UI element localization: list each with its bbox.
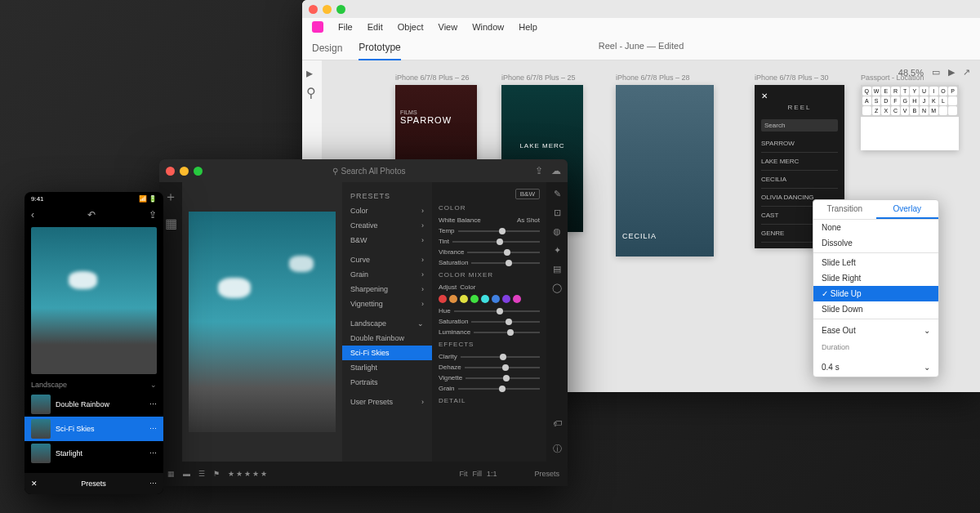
duration-select[interactable]: 0.4 s⌄ xyxy=(813,358,938,377)
crop-icon[interactable]: ⊡ xyxy=(554,207,561,218)
add-icon[interactable]: ＋ xyxy=(164,189,177,206)
tag-icon[interactable]: 🏷 xyxy=(553,418,562,428)
mobile-preset-item-selected[interactable]: Sci-Fi Skies⋯ xyxy=(24,417,163,441)
photos-icon[interactable]: ▦ xyxy=(165,216,177,231)
preset-item[interactable]: Double Rainbow xyxy=(342,331,432,346)
oneone-button[interactable]: 1:1 xyxy=(487,470,497,478)
transition-option[interactable]: Slide Left xyxy=(813,255,938,270)
rating-stars[interactable]: ★★★★★ xyxy=(228,470,269,478)
edit-icon[interactable]: ✎ xyxy=(554,189,561,199)
lightroom-window: ⚲Search All Photos ⇪ ☁ ＋ ▦ PRESETS Color… xyxy=(159,159,568,486)
transition-option-selected[interactable]: ✓ Slide Up xyxy=(813,286,938,301)
adjust-select[interactable]: Color xyxy=(460,283,475,291)
artboard-cecilia[interactable]: iPhone 6/7/8 Plus – 28 CECILIA xyxy=(616,85,714,256)
menu-help[interactable]: Help xyxy=(519,22,537,32)
play-icon[interactable]: ▶ xyxy=(948,67,955,78)
preset-group[interactable]: User Presets› xyxy=(342,395,432,409)
share-icon[interactable]: ↗ xyxy=(963,67,970,78)
preset-group[interactable]: Vignetting› xyxy=(342,297,432,311)
flag-icon[interactable]: ⚑ xyxy=(213,470,220,478)
search-input[interactable]: ⚲Search All Photos xyxy=(207,167,530,176)
mobile-preset-item[interactable]: Double Rainbow⋯ xyxy=(24,392,163,417)
zoom-icon[interactable]: ⚲ xyxy=(306,85,318,96)
fit-button[interactable]: Fit xyxy=(459,470,467,478)
bw-toggle[interactable]: B&W xyxy=(515,189,540,199)
preset-group[interactable]: Curve› xyxy=(342,252,432,267)
transition-option[interactable]: Dissolve xyxy=(813,235,938,251)
lum-slider[interactable]: Luminance xyxy=(437,327,541,337)
share-icon[interactable]: ⇪ xyxy=(535,165,543,176)
preset-item[interactable]: Starlight xyxy=(342,360,432,375)
tint-slider[interactable]: Tint xyxy=(437,236,541,247)
saturation-slider[interactable]: Saturation xyxy=(437,257,541,268)
mobile-photo[interactable] xyxy=(31,227,157,374)
close-icon[interactable] xyxy=(309,5,318,14)
easing-select[interactable]: Ease Out⌄ xyxy=(813,321,938,340)
minimize-icon[interactable] xyxy=(180,167,189,176)
filter-icon[interactable]: ☰ xyxy=(198,470,205,478)
search-input: Search xyxy=(761,119,838,132)
menu-edit[interactable]: Edit xyxy=(368,22,383,32)
effects-panel-title: EFFECTS xyxy=(437,337,541,351)
menu-file[interactable]: File xyxy=(338,22,353,32)
preset-thumb xyxy=(31,444,51,463)
grain-slider[interactable]: Grain xyxy=(437,383,541,394)
pointer-icon[interactable]: ▸ xyxy=(306,65,318,77)
preset-item-selected[interactable]: Sci-Fi Skies xyxy=(342,346,432,360)
lr-canvas[interactable] xyxy=(182,182,342,462)
tab-overlay[interactable]: Overlay xyxy=(876,200,939,219)
vibrance-slider[interactable]: Vibrance xyxy=(437,247,541,257)
radial-icon[interactable]: ◯ xyxy=(552,283,562,293)
wb-select[interactable]: As Shot xyxy=(517,216,540,224)
cloud-icon[interactable]: ☁ xyxy=(551,165,561,176)
sat-slider[interactable]: Saturation xyxy=(437,316,541,327)
heal-icon[interactable]: ◍ xyxy=(553,226,561,237)
share-icon[interactable]: ⇪ xyxy=(149,209,157,221)
detail-panel-title: DETAIL xyxy=(437,394,541,408)
color-swatches[interactable] xyxy=(437,292,541,306)
minimize-icon[interactable] xyxy=(323,5,332,14)
preset-group[interactable]: B&W› xyxy=(342,233,432,248)
status-icons: 📶 🔋 xyxy=(139,195,157,203)
clarity-slider[interactable]: Clarity xyxy=(437,351,541,362)
device-preview-icon[interactable]: ▭ xyxy=(932,67,940,78)
close-icon[interactable]: ✕ xyxy=(31,480,38,488)
vignette-slider[interactable]: Vignette xyxy=(437,372,541,383)
artboard-label: iPhone 6/7/8 Plus – 28 xyxy=(616,74,690,82)
more-icon[interactable]: ⋯ xyxy=(149,480,157,488)
info-icon[interactable]: ⓘ xyxy=(553,443,562,455)
dehaze-slider[interactable]: Dehaze xyxy=(437,362,541,372)
preset-category[interactable]: Landscape xyxy=(31,381,67,389)
preset-group[interactable]: Landscape⌄ xyxy=(342,316,432,331)
gradient-icon[interactable]: ▤ xyxy=(553,264,561,274)
maximize-icon[interactable] xyxy=(336,5,345,14)
menu-object[interactable]: Object xyxy=(398,22,424,32)
menu-view[interactable]: View xyxy=(439,22,458,32)
brush-icon[interactable]: ✦ xyxy=(554,245,561,256)
temp-slider[interactable]: Temp xyxy=(437,225,541,236)
hue-slider[interactable]: Hue xyxy=(437,306,541,316)
grid-view-icon[interactable]: ▦ xyxy=(167,470,175,478)
detail-view-icon[interactable]: ▬ xyxy=(183,470,190,478)
fill-button[interactable]: Fill xyxy=(472,470,482,478)
close-icon[interactable] xyxy=(166,167,175,176)
menu-window[interactable]: Window xyxy=(472,22,504,32)
undo-icon[interactable]: ↶ xyxy=(87,209,96,221)
artboard-label: iPhone 6/7/8 Plus – 26 xyxy=(395,74,470,82)
presets-toggle[interactable]: Presets xyxy=(534,470,559,478)
tab-transition[interactable]: Transition xyxy=(813,200,876,219)
transition-option[interactable]: Slide Down xyxy=(813,301,938,317)
preset-group[interactable]: Sharpening› xyxy=(342,282,432,297)
preset-item[interactable]: Portraits xyxy=(342,375,432,390)
back-icon[interactable]: ‹ xyxy=(31,209,34,221)
transition-option[interactable]: None xyxy=(813,220,938,235)
preset-group[interactable]: Color› xyxy=(342,203,432,218)
preset-group[interactable]: Grain› xyxy=(342,267,432,282)
preset-group[interactable]: Creative› xyxy=(342,218,432,233)
transition-option[interactable]: Slide Right xyxy=(813,270,938,286)
mobile-preset-item[interactable]: Starlight⋯ xyxy=(24,441,163,466)
tab-prototype[interactable]: Prototype xyxy=(359,42,400,60)
tab-design[interactable]: Design xyxy=(312,42,342,54)
artboard-keyboard[interactable]: Passport - Location QWERTYUIOP ASDFGHJKL… xyxy=(861,85,959,150)
maximize-icon[interactable] xyxy=(194,167,203,176)
